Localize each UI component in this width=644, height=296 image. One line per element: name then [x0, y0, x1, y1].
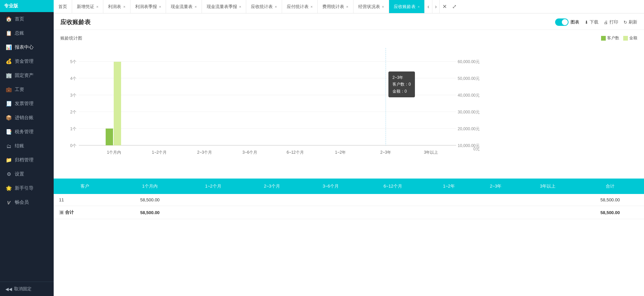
tab-profit-season[interactable]: 利润表季报 × — [130, 0, 166, 13]
sidebar-label-report: 报表中心 — [15, 44, 34, 50]
tab-expense[interactable]: 费用统计表 × — [318, 0, 353, 13]
page-header: 应收账龄表 图表 ⬇ 下载 🖨 打印 ↻ — [54, 13, 644, 30]
sidebar-item-fund[interactable]: 💰 资金管理 — [0, 54, 54, 68]
td-total-m23 — [243, 206, 301, 219]
sidebar-item-guide[interactable]: 🌟 新手引导 — [0, 181, 54, 195]
tab-ar-stat-label: 应收统计表 — [251, 4, 273, 10]
download-label: 下载 — [590, 19, 598, 25]
page-actions: 图表 ⬇ 下载 🖨 打印 ↻ 刷新 — [555, 18, 637, 26]
sidebar-item-settle[interactable]: 🗂 结账 — [0, 139, 54, 153]
pin-icon: ◀◀ — [5, 287, 12, 292]
sidebar-label-salary: 工资 — [15, 87, 24, 93]
sidebar-item-member[interactable]: V 畅会员 — [0, 195, 54, 209]
sidebar-item-tax[interactable]: 📑 税务管理 — [0, 125, 54, 139]
table-section: 客户 1个月内 1~2个月 2~3个月 3~6个月 6~12个月 1~2年 2~… — [54, 179, 644, 219]
svg-text:1~2年: 1~2年 — [335, 150, 346, 155]
tab-ar-stat-close[interactable]: × — [275, 5, 277, 9]
sidebar-label-stock: 进销台账 — [15, 115, 34, 121]
sidebar-item-ledger[interactable]: 📋 总账 — [0, 26, 54, 40]
salary-icon: 💼 — [5, 87, 12, 93]
th-y23: 2~3年 — [472, 179, 519, 194]
sidebar-item-home[interactable]: 🏠 首页 — [0, 12, 54, 26]
tab-profit-season-close[interactable]: × — [159, 5, 161, 9]
bar-amount-0 — [114, 62, 121, 145]
svg-text:50,000.00元: 50,000.00元 — [458, 76, 480, 81]
tab-cashflow-season[interactable]: 现金流量表季报 × — [202, 0, 246, 13]
sidebar-item-asset[interactable]: 🏢 固定资产 — [0, 68, 54, 83]
tab-close-all-btn[interactable]: ✕ — [440, 0, 449, 13]
tab-home[interactable]: 首页 — [54, 0, 72, 13]
chart-legend: 客户数 金额 — [601, 35, 637, 41]
th-m36: 3~6个月 — [301, 179, 360, 194]
app-logo: 专业版 — [0, 0, 54, 12]
tab-cashflow-season-close[interactable]: × — [239, 5, 241, 9]
svg-text:1个月内: 1个月内 — [107, 150, 121, 155]
sidebar-item-salary[interactable]: 💼 工资 — [0, 83, 54, 97]
table-row: 11 58,500.00 58,500.00 — [54, 194, 644, 206]
guide-icon: 🌟 — [5, 185, 12, 191]
tab-next-btn[interactable]: › — [432, 0, 440, 13]
legend-customers-label: 客户数 — [607, 35, 619, 41]
tab-cashflow[interactable]: 现金流量表 × — [166, 0, 202, 13]
tab-ar-age-close[interactable]: × — [418, 5, 420, 9]
settle-icon: 🗂 — [5, 143, 12, 149]
tab-ar-stat[interactable]: 应收统计表 × — [246, 0, 282, 13]
refresh-button[interactable]: ↻ 刷新 — [624, 19, 637, 25]
report-icon: 📊 — [5, 44, 12, 50]
tab-biz-close[interactable]: × — [382, 5, 384, 9]
th-m12: 1~2个月 — [184, 179, 243, 194]
tab-expand-btn[interactable]: ⤢ — [449, 0, 459, 13]
sidebar-item-settings[interactable]: ⚙ 设置 — [0, 167, 54, 181]
td-total-y23 — [472, 206, 519, 219]
tab-ap-stat-close[interactable]: × — [311, 5, 313, 9]
td-m36 — [301, 194, 360, 206]
sidebar-label-settle: 结账 — [15, 143, 24, 149]
tab-profit-label: 利润表 — [108, 4, 121, 10]
th-m23: 2~3个月 — [243, 179, 301, 194]
tab-new-voucher[interactable]: 新增凭证 × — [72, 0, 103, 13]
tab-home-label: 首页 — [58, 4, 67, 10]
legend-amount-label: 金额 — [629, 35, 637, 41]
page-content: 应收账龄表 图表 ⬇ 下载 🖨 打印 ↻ — [54, 13, 644, 296]
tab-profit[interactable]: 利润表 × — [103, 0, 130, 13]
print-button[interactable]: 🖨 打印 — [604, 19, 618, 25]
th-customer: 客户 — [54, 179, 116, 194]
sidebar-item-report[interactable]: 📊 报表中心 — [0, 40, 54, 54]
tab-new-voucher-close[interactable]: × — [96, 5, 98, 9]
sidebar-pin-toggle[interactable]: ◀◀ 取消固定 — [0, 282, 54, 296]
download-button[interactable]: ⬇ 下载 — [585, 19, 598, 25]
sidebar-item-invoice[interactable]: 🧾 发票管理 — [0, 97, 54, 111]
tab-ar-age[interactable]: 应收账龄表 × — [389, 0, 425, 13]
td-total-m12 — [184, 206, 243, 219]
chart-area: 账龄统计图 客户数 金额 5个 4个 — [54, 30, 644, 175]
home-icon: 🏠 — [5, 16, 12, 22]
bar-customers-0 — [106, 129, 113, 145]
tab-prev-btn[interactable]: ‹ — [425, 0, 432, 13]
td-m612 — [360, 194, 426, 206]
print-label: 打印 — [609, 19, 618, 25]
sidebar-label-home: 首页 — [15, 16, 24, 22]
sidebar-item-stock[interactable]: 📦 进销台账 — [0, 111, 54, 125]
tab-cashflow-label: 现金流量表 — [171, 4, 193, 10]
legend-amount: 金额 — [623, 35, 637, 41]
svg-text:30,000.00元: 30,000.00元 — [458, 110, 480, 114]
tab-cashflow-close[interactable]: × — [195, 5, 197, 9]
tab-profit-close[interactable]: × — [123, 5, 125, 9]
tab-biz[interactable]: 经营状况表 × — [354, 0, 389, 13]
tab-ap-stat[interactable]: 应付统计表 × — [282, 0, 318, 13]
svg-text:3个: 3个 — [70, 93, 76, 98]
chart-toggle[interactable]: 图表 — [555, 18, 579, 26]
sidebar-label-archive: 归档管理 — [15, 157, 34, 163]
svg-text:1个: 1个 — [70, 127, 76, 131]
td-y12 — [426, 194, 473, 206]
svg-text:0元: 0元 — [473, 147, 480, 151]
tab-expense-close[interactable]: × — [346, 5, 348, 9]
toggle-knob[interactable] — [555, 18, 569, 26]
td-total-m612 — [360, 206, 426, 219]
svg-text:0个: 0个 — [70, 143, 76, 148]
sidebar-item-archive[interactable]: 📁 归档管理 — [0, 153, 54, 167]
main-area: 首页 新增凭证 × 利润表 × 利润表季报 × 现金流量表 × 现金流量表季报 … — [54, 0, 644, 296]
td-customer: 11 — [54, 194, 116, 206]
th-m612: 6~12个月 — [360, 179, 426, 194]
tab-bar: 首页 新增凭证 × 利润表 × 利润表季报 × 现金流量表 × 现金流量表季报 … — [54, 0, 644, 13]
